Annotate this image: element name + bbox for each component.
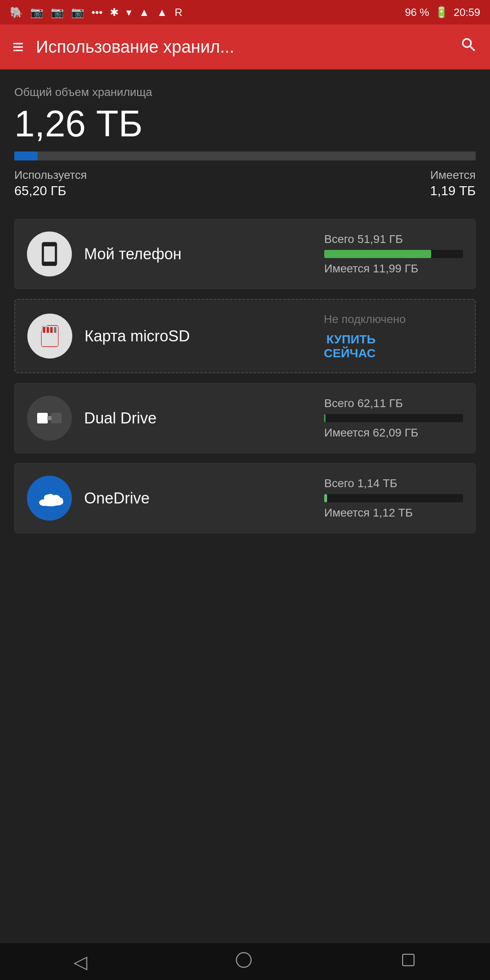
free-label: Имеется	[430, 169, 476, 182]
dualdrive-card-right: Всего 62,11 ГБ Имеется 62,09 ГБ	[324, 397, 463, 439]
back-button[interactable]: ◁	[74, 951, 87, 972]
total-storage-bar	[14, 151, 476, 160]
dualdrive-card[interactable]: Dual Drive Всего 62,11 ГБ Имеется 62,09 …	[14, 383, 476, 453]
svg-rect-2	[43, 327, 45, 333]
phone-card-name: Мой телефон	[84, 245, 312, 263]
svg-rect-7	[51, 413, 62, 423]
svg-rect-13	[403, 954, 414, 966]
r-label: R	[175, 6, 183, 19]
dualdrive-total: Всего 62,11 ГБ	[324, 397, 403, 410]
instagram2-icon: 📷	[51, 6, 64, 19]
storage-stats-row: Используется 65,20 ГБ Имеется 1,19 ТБ	[14, 169, 476, 198]
instagram-icon: 📷	[30, 6, 43, 19]
phone-total: Всего 51,91 ГБ	[324, 233, 403, 246]
free-value: 1,19 ТБ	[430, 183, 476, 198]
menu-button[interactable]: ≡	[12, 37, 24, 57]
app-bar-title: Использование хранил...	[36, 37, 448, 57]
dualdrive-available: Имеется 62,09 ГБ	[324, 426, 418, 439]
microsd-card[interactable]: Карта microSD Не подключено КУПИТЬСЕЙЧАС	[14, 299, 476, 373]
onedrive-card-right: Всего 1,14 ТБ Имеется 1,12 ТБ	[324, 477, 463, 519]
onedrive-total: Всего 1,14 ТБ	[324, 477, 397, 490]
onedrive-available: Имеется 1,12 ТБ	[324, 506, 413, 519]
storage-stat-used: Используется 65,20 ГБ	[14, 169, 87, 198]
buy-now-button[interactable]: КУПИТЬСЕЙЧАС	[324, 332, 376, 360]
svg-rect-6	[37, 413, 48, 423]
home-button[interactable]	[235, 951, 253, 973]
status-bar-left: 🐘 📷 📷 📷 ••• ✱ ▾ ▲ ▲ R	[10, 6, 183, 19]
svg-point-12	[236, 953, 251, 967]
phone-available: Имеется 11,99 ГБ	[324, 262, 418, 275]
search-button[interactable]	[460, 36, 478, 58]
evernote-icon: 🐘	[10, 6, 23, 19]
svg-rect-8	[47, 416, 51, 420]
status-bar: 🐘 📷 📷 📷 ••• ✱ ▾ ▲ ▲ R 96 % 🔋 20:59	[0, 0, 490, 24]
used-label: Используется	[14, 169, 87, 182]
app-bar: ≡ Использование хранил...	[0, 24, 490, 69]
phone-bar-fill	[324, 250, 431, 258]
more-icon: •••	[91, 6, 102, 19]
signal1-icon: ▲	[139, 6, 149, 19]
svg-rect-4	[50, 327, 53, 333]
phone-card-right: Всего 51,91 ГБ Имеется 11,99 ГБ	[324, 233, 463, 275]
dualdrive-bar-fill	[324, 414, 325, 422]
svg-rect-5	[54, 327, 56, 333]
onedrive-icon-circle	[27, 476, 72, 521]
wifi-icon: ▾	[126, 6, 131, 19]
storage-stat-free: Имеется 1,19 ТБ	[430, 169, 476, 198]
dualdrive-card-name: Dual Drive	[84, 410, 312, 427]
phone-icon-circle	[27, 232, 72, 276]
svg-point-11	[42, 501, 59, 506]
svg-rect-3	[47, 327, 49, 333]
microsd-card-name: Карта microSD	[85, 327, 312, 345]
phone-card[interactable]: Мой телефон Всего 51,91 ГБ Имеется 11,99…	[14, 219, 476, 289]
section-label: Общий объем хранилища	[14, 86, 476, 99]
used-value: 65,20 ГБ	[14, 183, 87, 198]
phone-bar-container	[324, 250, 463, 258]
dualdrive-bar-container	[324, 414, 463, 422]
clock: 20:59	[454, 6, 480, 19]
microsd-not-connected: Не подключено	[324, 312, 406, 327]
status-bar-right: 96 % 🔋 20:59	[405, 6, 480, 19]
battery-percent: 96 %	[405, 6, 429, 19]
onedrive-card[interactable]: OneDrive Всего 1,14 ТБ Имеется 1,12 ТБ	[14, 463, 476, 533]
microsd-card-right: Не подключено КУПИТЬСЕЙЧАС	[324, 312, 463, 360]
sd-icon-circle	[27, 314, 72, 359]
recent-button[interactable]	[400, 952, 416, 972]
bluetooth-icon: ✱	[110, 6, 119, 19]
onedrive-card-name: OneDrive	[84, 490, 312, 507]
dualdrive-icon-circle	[27, 396, 72, 441]
signal2-icon: ▲	[157, 6, 167, 19]
onedrive-bar-container	[324, 494, 463, 502]
instagram3-icon: 📷	[71, 6, 84, 19]
battery-icon: 🔋	[435, 6, 448, 19]
bottom-nav: ◁	[0, 943, 490, 980]
total-storage-bar-fill	[14, 151, 38, 160]
total-storage: 1,26 ТБ	[14, 104, 476, 144]
main-content: Общий объем хранилища 1,26 ТБ Использует…	[0, 69, 490, 943]
onedrive-bar-fill	[324, 494, 327, 502]
